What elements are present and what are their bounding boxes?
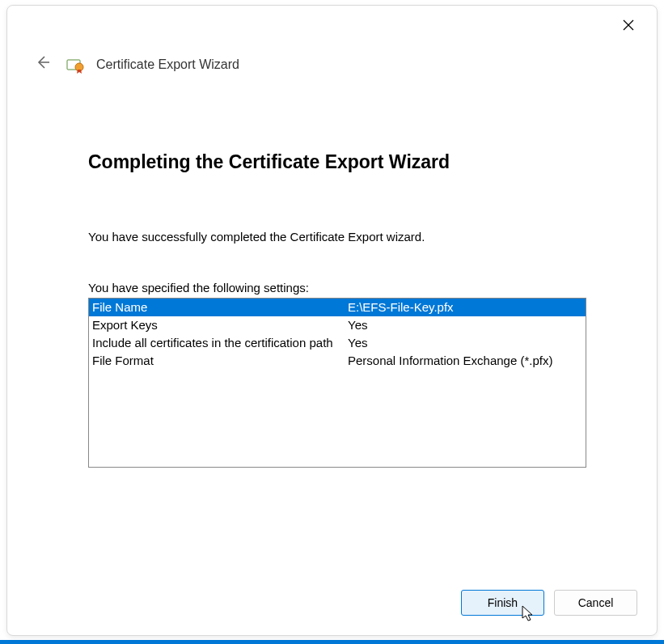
- page-heading: Completing the Certificate Export Wizard: [88, 151, 576, 173]
- table-row[interactable]: Include all certificates in the certific…: [89, 334, 586, 352]
- finish-button[interactable]: Finish: [461, 590, 544, 616]
- setting-value: Personal Information Exchange (*.pfx): [348, 352, 582, 370]
- wizard-content: Completing the Certificate Export Wizard…: [7, 78, 657, 590]
- wizard-title: Certificate Export Wizard: [96, 57, 239, 72]
- close-button[interactable]: [615, 14, 642, 38]
- setting-value: E:\EFS-File-Key.pfx: [348, 299, 582, 316]
- table-row[interactable]: File Format Personal Information Exchang…: [89, 352, 586, 370]
- setting-label: File Name: [92, 299, 348, 316]
- back-arrow-icon: [33, 53, 51, 71]
- completion-message: You have successfully completed the Cert…: [88, 230, 576, 244]
- setting-label: Include all certificates in the certific…: [92, 334, 348, 352]
- settings-intro: You have specified the following setting…: [88, 281, 576, 294]
- wizard-dialog: Certificate Export Wizard Completing the…: [6, 5, 658, 636]
- certificate-icon: [66, 55, 85, 74]
- settings-listview[interactable]: File Name E:\EFS-File-Key.pfx Export Key…: [88, 298, 586, 468]
- table-row[interactable]: Export Keys Yes: [89, 316, 586, 334]
- setting-label: File Format: [92, 352, 348, 370]
- taskbar-accent: [0, 640, 664, 644]
- cancel-button[interactable]: Cancel: [554, 590, 637, 616]
- setting-value: Yes: [348, 316, 582, 334]
- table-row[interactable]: File Name E:\EFS-File-Key.pfx: [89, 299, 586, 316]
- back-button[interactable]: [30, 50, 54, 78]
- wizard-header: Certificate Export Wizard: [7, 6, 657, 78]
- setting-label: Export Keys: [92, 316, 348, 334]
- setting-value: Yes: [348, 334, 582, 352]
- close-icon: [623, 19, 634, 31]
- dialog-footer: Finish Cancel: [7, 590, 657, 635]
